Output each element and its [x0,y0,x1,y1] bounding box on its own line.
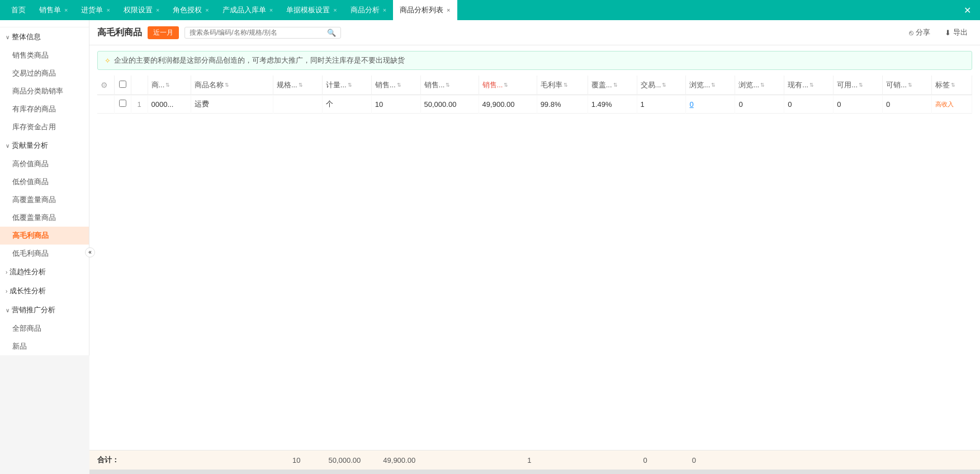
share-icon: ⎋ [909,29,913,37]
content-header: 高毛利商品 近一月 🔍 ⎋ 分享 ⬇ 导出 [89,20,980,45]
sidebar-item-high-margin[interactable]: 高毛利商品 [0,227,89,245]
sales2-col-header: 销售... ⇅ [420,76,479,95]
sort-icon[interactable]: ⇅ [951,82,955,88]
export-button[interactable]: ⬇ 导出 [940,26,972,39]
search-box: 🔍 [184,27,341,39]
sort-icon[interactable]: ⇅ [564,82,568,88]
sort-icon[interactable]: ⇅ [165,82,170,88]
sidebar-item-traded-goods[interactable]: 交易过的商品 [0,64,89,82]
saleable-col-header: 可销... ⇅ [883,76,932,95]
sort-icon[interactable]: ⇅ [446,82,450,88]
sidebar-section-trend[interactable]: › 流趋性分析 [0,262,89,281]
nav-product-analysis[interactable]: 商品分析 × [344,0,393,20]
nav-permission-settings[interactable]: 权限设置 × [117,0,166,20]
sort-icon[interactable]: ⇅ [908,82,912,88]
select-all-checkbox[interactable] [119,81,126,88]
sidebar-section-contribution[interactable]: ∨ 贡献量分析 [0,136,89,155]
sidebar-item-high-coverage[interactable]: 高覆盖量商品 [0,191,89,209]
settings-cell [97,95,114,114]
footer-saleable: 0 [692,456,696,464]
sidebar-item-new-goods[interactable]: 新品 [0,337,89,355]
close-icon[interactable]: × [447,7,450,13]
footer-trade: 1 [527,456,531,464]
name-cell[interactable]: 运费 [191,95,273,114]
export-icon: ⬇ [945,29,951,37]
browse2-cell: 0 [735,95,784,114]
sidebar-section-marketing[interactable]: ∨ 营销推广分析 [0,301,89,320]
expand-arrow-icon: ∨ [6,307,10,313]
window-close-button[interactable]: ✕ [959,5,976,16]
info-banner-text: 企业的主要的利润都是这部分商品创造的，可考虑加大推广，同时关注库存是不要出现缺货 [114,55,405,65]
coverage-cell: 1.49% [588,95,637,114]
page-title: 高毛利商品 [97,27,142,39]
available-col-header: 可用... ⇅ [834,76,883,95]
coverage-col-header: 覆盖... ⇅ [588,76,637,95]
filter-period-button[interactable]: 近一月 [148,26,179,39]
tag-cell: 高收入 [931,95,972,114]
browse2-col-header: 浏览... ⇅ [735,76,784,95]
nav-role-auth[interactable]: 角色授权 × [166,0,215,20]
settings-icon[interactable]: ⚙ [101,81,108,90]
table-row: 1 0000... 运费 个 10 50,000.00 49,900.00 99… [97,95,972,114]
unit-cell: 个 [322,95,371,114]
sales1-cell: 10 [371,95,420,114]
close-icon[interactable]: × [106,7,110,13]
sort-icon[interactable]: ⇅ [504,82,508,88]
horizontal-scrollbar[interactable] [89,470,980,474]
sidebar-item-low-value[interactable]: 低价值商品 [0,173,89,191]
share-button[interactable]: ⎋ 分享 [905,26,935,39]
row-checkbox[interactable] [119,100,126,107]
sort-icon[interactable]: ⇅ [760,82,765,88]
sidebar-item-sales-goods[interactable]: 销售类商品 [0,46,89,64]
nav-product-analysis-list[interactable]: 商品分析列表 × [393,0,457,20]
current-col-header: 现有... ⇅ [784,76,834,95]
close-icon[interactable]: × [333,7,337,13]
close-icon[interactable]: × [205,7,209,13]
content-area: 高毛利商品 近一月 🔍 ⎋ 分享 ⬇ 导出 ✧ 企业的主要的利润都是这部分商品创… [89,20,980,474]
nav-product-entry[interactable]: 产成品入库单 × [216,0,280,20]
close-icon[interactable]: × [156,7,159,13]
browse1-cell[interactable]: 0 [686,95,735,114]
nav-purchase-order[interactable]: 进货单 × [74,0,116,20]
unit-col-header: 计量... ⇅ [322,76,371,95]
sidebar-item-stock-capital[interactable]: 库存资金占用 [0,118,89,136]
sidebar-item-category-rate[interactable]: 商品分类助销率 [0,82,89,100]
close-icon[interactable]: × [383,7,386,13]
close-icon[interactable]: × [64,7,68,13]
sort-icon[interactable]: ⇅ [225,82,229,88]
close-icon[interactable]: × [269,7,273,13]
search-icon[interactable]: 🔍 [327,29,336,37]
row-num-cell: 1 [131,95,148,114]
tag-col-header: 标签 ⇅ [931,76,972,95]
expand-arrow-icon: › [6,269,7,275]
sidebar-item-all-goods[interactable]: 全部商品 [0,320,89,337]
browse1-col-header: 浏览... ⇅ [686,76,735,95]
sidebar-item-low-coverage[interactable]: 低覆盖量商品 [0,209,89,227]
checkbox-cell [114,95,131,114]
nav-sales-order[interactable]: 销售单 × [32,0,74,20]
sidebar-section-growth[interactable]: › 成长性分析 [0,281,89,301]
search-input[interactable] [190,29,327,36]
sidebar-item-in-stock-goods[interactable]: 有库存的商品 [0,100,89,118]
nav-template-settings[interactable]: 单据模板设置 × [280,0,343,20]
sidebar: « ∨ 整体信息 销售类商品 交易过的商品 商品分类助销率 有库存的商品 库存资… [0,20,89,474]
sales3-col-header: 销售... ⇅ [479,76,537,95]
sales3-cell: 49,900.00 [479,95,537,114]
saleable-cell: 0 [883,95,932,114]
sidebar-section-overall[interactable]: ∨ 整体信息 [0,27,89,46]
sort-icon[interactable]: ⇅ [711,82,716,88]
sort-icon[interactable]: ⇅ [299,82,303,88]
sidebar-item-high-value[interactable]: 高价值商品 [0,155,89,173]
name-col-header: 商品名称 ⇅ [191,76,273,95]
sort-icon[interactable]: ⇅ [809,82,814,88]
nav-home[interactable]: 首页 [4,0,32,20]
table-header-row: ⚙ 商... ⇅ [97,76,972,95]
code-col-header: 商... ⇅ [148,76,191,95]
sort-icon[interactable]: ⇅ [662,82,666,88]
sort-icon[interactable]: ⇅ [348,82,352,88]
sidebar-item-low-margin[interactable]: 低毛利商品 [0,245,89,262]
sort-icon[interactable]: ⇅ [613,82,618,88]
sort-icon[interactable]: ⇅ [859,82,863,88]
sidebar-collapse-button[interactable]: « [85,247,89,257]
sort-icon[interactable]: ⇅ [397,82,401,88]
